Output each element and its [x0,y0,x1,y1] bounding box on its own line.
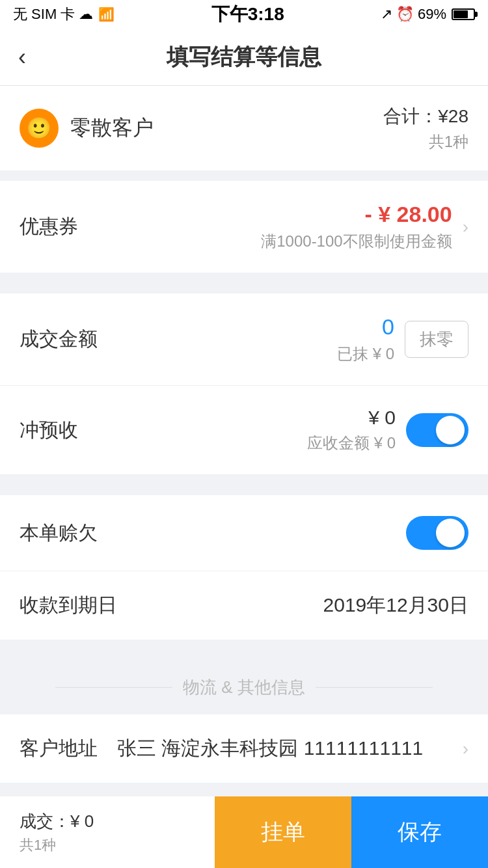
coupon-row[interactable]: 优惠券 - ¥ 28.00 满1000-100不限制使用金额 › [0,181,488,273]
chevron-right-icon: › [463,217,468,237]
debt-right [406,516,468,550]
deal-value: 0 [337,314,394,340]
deal-right: 0 已抹 ¥ 0 抹零 [337,314,468,364]
address-label: 客户地址 [20,735,98,762]
total-count: 共1种 [383,131,468,152]
coupon-label: 优惠券 [20,213,78,240]
customer-right: 合计：¥28 共1种 [383,104,468,152]
nav-bar: ‹ 填写结算等信息 [0,29,488,86]
total-amount: 合计：¥28 [383,104,468,129]
content: 🙂 零散客户 合计：¥28 共1种 优惠券 - ¥ 28.00 满1000-10… [0,86,488,868]
debt-row: 本单赊欠 [0,495,488,571]
coupon-discount: - ¥ 28.00 [261,202,452,227]
status-bar: 无 SIM 卡 ☁ 📶 下午3:18 ↗ ⏰ 69% [0,0,488,29]
page-title: 填写结算等信息 [167,42,321,72]
customer-section: 🙂 零散客户 合计：¥28 共1种 [0,86,488,170]
battery-percent: 69% [418,6,446,23]
hang-order-button[interactable]: 挂单 [215,796,351,868]
deal-sub: 已抹 ¥ 0 [337,344,394,364]
save-button[interactable]: 保存 [351,796,488,868]
address-row[interactable]: 客户地址 张三 海淀永丰科技园 11111111111 › [0,714,488,783]
logistics-header: 物流 & 其他信息 [0,660,488,714]
customer-row[interactable]: 🙂 零散客户 合计：¥28 共1种 [0,86,488,170]
prepay-row: 冲预收 ¥ 0 应收金额 ¥ 0 [0,386,488,474]
sim-text: 无 SIM 卡 ☁ [13,5,93,24]
due-date-row: 收款到期日 2019年12月30日 [0,571,488,640]
divider-3 [0,650,488,660]
back-button[interactable]: ‹ [18,44,26,71]
logistics-line-left [55,687,172,688]
battery-icon [452,8,475,20]
coupon-sub: 满1000-100不限制使用金额 [261,231,452,252]
prepay-toggle[interactable] [406,413,468,447]
bottom-deal-value: ¥ 0 [70,811,94,831]
divider-2 [0,485,488,495]
toggle-thumb [436,416,465,444]
bottom-count: 共1种 [20,835,195,855]
bottom-info: 成交：¥ 0 共1种 [0,810,215,855]
due-date-value: 2019年12月30日 [323,592,468,619]
prepay-right: ¥ 0 应收金额 ¥ 0 [307,407,468,454]
status-time: 下午3:18 [211,2,284,27]
debt-toggle[interactable] [406,516,468,550]
due-date-label: 收款到期日 [20,592,117,619]
address-value: 张三 海淀永丰科技园 11111111111 [117,735,443,762]
customer-left: 🙂 零散客户 [20,109,154,148]
bottom-deal-amount: 成交：¥ 0 [20,810,195,833]
debt-label: 本单赊欠 [20,520,98,547]
moling-button[interactable]: 抹零 [405,321,468,358]
status-left: 无 SIM 卡 ☁ 📶 [13,5,115,24]
address-section: 客户地址 张三 海淀永丰科技园 11111111111 › [0,714,488,783]
logistics-divider: 物流 & 其他信息 [20,676,468,699]
location-icon: ↗ [381,6,392,23]
prepay-value: ¥ 0 [307,407,396,429]
deal-row: 成交金额 0 已抹 ¥ 0 抹零 [0,293,488,386]
address-chevron-icon: › [463,739,468,759]
logistics-line-right [316,687,433,688]
avatar: 🙂 [20,109,59,148]
divider-1 [0,283,488,293]
logistics-title: 物流 & 其他信息 [183,676,305,699]
customer-name: 零散客户 [70,114,154,142]
deal-label: 成交金额 [20,326,98,353]
bottom-bar: 成交：¥ 0 共1种 挂单 保存 [0,796,488,868]
wifi-icon: 📶 [98,7,115,22]
clock-icon: ⏰ [396,6,414,23]
coupon-section: 优惠券 - ¥ 28.00 满1000-100不限制使用金额 › [0,181,488,273]
bottom-deal-label: 成交： [20,811,70,831]
debt-toggle-thumb [436,519,465,547]
deal-section: 成交金额 0 已抹 ¥ 0 抹零 冲预收 ¥ 0 应收金额 ¥ 0 [0,293,488,474]
prepay-label: 冲预收 [20,417,78,444]
coupon-right: - ¥ 28.00 满1000-100不限制使用金额 › [261,202,468,252]
status-right: ↗ ⏰ 69% [381,6,475,23]
debt-section: 本单赊欠 收款到期日 2019年12月30日 [0,495,488,640]
prepay-sub: 应收金额 ¥ 0 [307,433,396,454]
